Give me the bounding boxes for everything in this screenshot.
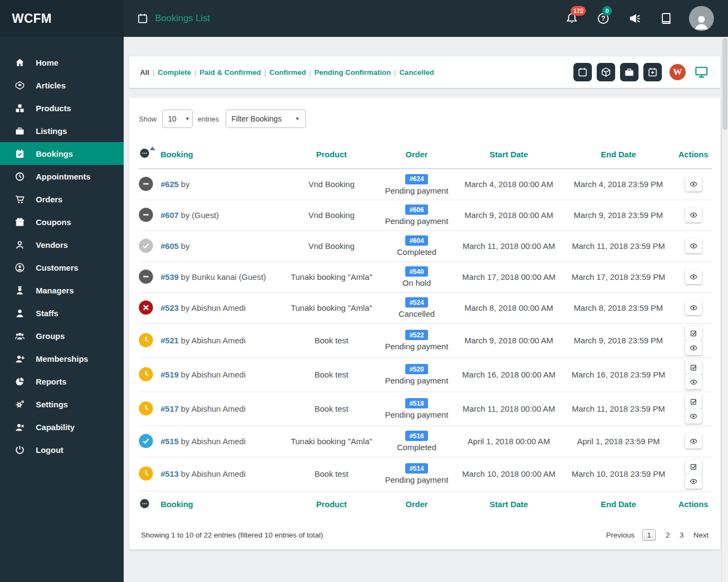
- filter-link-cancelled[interactable]: Cancelled: [399, 68, 434, 76]
- order-id-badge[interactable]: #524: [405, 297, 429, 308]
- confirm-booking-button[interactable]: [685, 394, 702, 409]
- column-header-end-date[interactable]: End Date: [562, 141, 675, 169]
- page-scrollbar[interactable]: [721, 37, 728, 582]
- reports-icon: [13, 376, 26, 387]
- sidebar-item-groups[interactable]: Groups: [0, 324, 124, 347]
- column-header-start-date[interactable]: Start Date: [456, 491, 562, 519]
- filter-link-paid-confirmed[interactable]: Paid & Confirmed: [200, 68, 261, 76]
- bulk-status-icon[interactable]: [139, 141, 161, 169]
- product-cell: Vnd Booking: [285, 169, 378, 200]
- column-header-order[interactable]: Order: [378, 141, 456, 169]
- booking-id-link[interactable]: #605: [161, 241, 178, 251]
- column-header-booking[interactable]: Booking: [161, 491, 285, 519]
- storefront-screen-icon[interactable]: [693, 65, 710, 79]
- filter-link-confirmed[interactable]: Confirmed: [270, 68, 306, 76]
- booking-id-link[interactable]: #515: [161, 437, 178, 446]
- sidebar-item-coupons[interactable]: Coupons: [0, 210, 124, 233]
- sidebar-item-appointments[interactable]: Appointments: [0, 165, 124, 188]
- knowledgebase-book-icon[interactable]: [660, 12, 673, 25]
- view-booking-button[interactable]: [685, 474, 702, 489]
- sidebar-item-managers[interactable]: Managers: [0, 279, 124, 302]
- column-header-product[interactable]: Product: [285, 141, 378, 169]
- actions-cell: [675, 323, 712, 357]
- order-id-badge[interactable]: #518: [405, 398, 429, 408]
- order-id-badge[interactable]: #624: [405, 174, 429, 184]
- order-cell: #516Completed: [378, 426, 456, 457]
- view-booking-button[interactable]: [685, 375, 702, 389]
- sidebar-item-vendors[interactable]: Vendors: [0, 233, 124, 256]
- booking-id-link[interactable]: #517: [161, 404, 178, 413]
- order-id-badge[interactable]: #604: [405, 235, 429, 246]
- sidebar-item-orders[interactable]: Orders: [0, 188, 124, 210]
- orders-icon: [13, 194, 26, 204]
- pagination-page-3[interactable]: 3: [680, 531, 684, 539]
- booking-id-link[interactable]: #523: [161, 303, 178, 312]
- column-header-start-date[interactable]: Start Date: [456, 141, 562, 169]
- booking-status-minus-icon: [139, 208, 153, 222]
- filter-bookings-select[interactable]: Filter Bookings ▼: [226, 110, 306, 128]
- confirm-booking-button[interactable]: [685, 459, 702, 474]
- booking-id-link[interactable]: #625: [161, 180, 178, 189]
- bookings-calendar-button[interactable]: [573, 63, 592, 81]
- user-avatar[interactable]: [689, 6, 714, 31]
- booking-id-link[interactable]: #607: [161, 210, 178, 220]
- bookings-table: BookingProductOrderStart DateEnd DateAct…: [139, 141, 712, 519]
- view-booking-button[interactable]: [685, 239, 702, 253]
- column-header-actions[interactable]: Actions: [675, 141, 712, 169]
- sidebar-item-bookings[interactable]: Bookings: [0, 142, 124, 165]
- column-header-actions[interactable]: Actions: [675, 491, 712, 519]
- resources-button[interactable]: [597, 63, 615, 81]
- order-id-badge[interactable]: #606: [405, 204, 429, 215]
- filter-link-pending-confirmation[interactable]: Pending Confirmation: [315, 68, 391, 76]
- view-booking-button[interactable]: [685, 270, 702, 284]
- sidebar-item-products[interactable]: Products: [0, 97, 124, 119]
- notifications-bell-icon[interactable]: 172: [565, 12, 578, 25]
- view-booking-button[interactable]: [685, 208, 702, 222]
- sidebar-item-home[interactable]: Home: [0, 51, 124, 74]
- column-header-end-date[interactable]: End Date: [562, 491, 675, 519]
- pagination-page-1[interactable]: 1: [642, 529, 656, 541]
- wordpress-icon[interactable]: W: [669, 64, 686, 80]
- booking-id-link[interactable]: #519: [161, 370, 178, 379]
- booking-id-link[interactable]: #539: [161, 272, 178, 282]
- column-header-product[interactable]: Product: [285, 491, 378, 519]
- view-booking-button[interactable]: [685, 434, 702, 449]
- pagination-previous[interactable]: Previous: [606, 531, 635, 539]
- sidebar-item-reports[interactable]: Reports: [0, 370, 124, 393]
- order-id-badge[interactable]: #516: [405, 431, 429, 441]
- filter-link-all[interactable]: All: [140, 68, 149, 76]
- sidebar-item-capability[interactable]: Capability: [0, 415, 124, 438]
- help-icon[interactable]: ? 0: [597, 12, 610, 25]
- sidebar-item-memberships[interactable]: Memberships: [0, 347, 124, 370]
- order-id-badge[interactable]: #540: [405, 266, 429, 277]
- scrollbar-thumb[interactable]: [723, 38, 727, 130]
- announcement-megaphone-icon[interactable]: [628, 12, 641, 25]
- sidebar-item-staffs[interactable]: Staffs: [0, 302, 124, 324]
- order-id-badge[interactable]: #522: [405, 330, 429, 340]
- view-booking-button[interactable]: [685, 409, 702, 424]
- confirm-booking-button[interactable]: [685, 360, 702, 375]
- app-logo[interactable]: WCFM: [0, 0, 124, 37]
- sidebar-item-listings[interactable]: Listings: [0, 119, 124, 142]
- pagination-page-2[interactable]: 2: [666, 531, 670, 539]
- order-id-badge[interactable]: #514: [405, 463, 429, 474]
- page-size-select[interactable]: 10 ▼: [162, 110, 193, 128]
- column-header-booking[interactable]: Booking: [161, 141, 285, 169]
- sidebar-item-settings[interactable]: Settings: [0, 393, 124, 415]
- confirm-booking-button[interactable]: [685, 326, 702, 341]
- booking-id-link[interactable]: #521: [161, 336, 178, 345]
- filter-link-complete[interactable]: Complete: [158, 68, 191, 76]
- view-booking-button[interactable]: [685, 177, 702, 191]
- bulk-status-icon[interactable]: [139, 491, 161, 519]
- booking-id-link[interactable]: #513: [161, 469, 178, 478]
- sidebar-item-customers[interactable]: Customers: [0, 256, 124, 279]
- sidebar-item-articles[interactable]: Articles: [0, 74, 124, 97]
- sidebar-item-logout[interactable]: Logout: [0, 438, 124, 461]
- pagination-next[interactable]: Next: [693, 531, 708, 539]
- order-id-badge[interactable]: #520: [405, 364, 429, 374]
- bookable-listings-button[interactable]: [620, 63, 638, 81]
- view-booking-button[interactable]: [685, 341, 702, 355]
- view-booking-button[interactable]: [685, 300, 702, 315]
- column-header-order[interactable]: Order: [378, 491, 456, 519]
- create-booking-button[interactable]: [643, 63, 662, 81]
